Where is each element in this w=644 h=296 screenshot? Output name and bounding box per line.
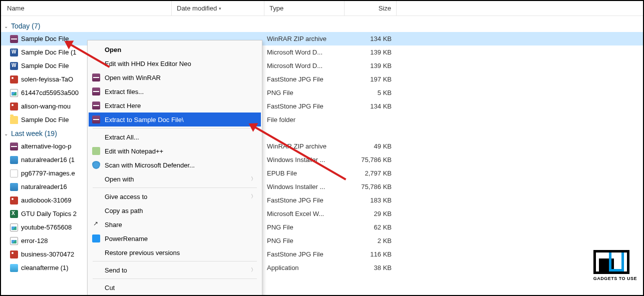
jpg-icon: [10, 102, 18, 111]
rar-icon: [10, 142, 18, 151]
file-type: Windows Installer ...: [264, 183, 344, 190]
menu-item[interactable]: Extract files...: [89, 84, 261, 98]
file-type: PNG File: [264, 89, 344, 96]
menu-item[interactable]: Open with〉: [89, 172, 261, 186]
menu-label: Give access to: [105, 193, 257, 200]
png-icon: [10, 223, 18, 232]
menu-label: Restore previous versions: [105, 249, 257, 256]
file-type: File folder: [264, 116, 344, 124]
msi-icon: [10, 156, 18, 164]
menu-item[interactable]: Copy as path: [89, 204, 261, 218]
file-type: Windows Installer ...: [264, 156, 344, 164]
msi-icon: [10, 182, 18, 192]
menu-label: Edit with Notepad++: [105, 148, 257, 155]
menu-label: Extract All...: [105, 134, 257, 141]
xls-icon: [10, 210, 18, 218]
menu-item[interactable]: Give access to〉: [89, 190, 261, 204]
file-size: 197 KB: [344, 76, 397, 83]
rar-icon: [91, 88, 102, 96]
file-size: 38 KB: [344, 264, 397, 272]
menu-item[interactable]: Cut: [89, 280, 261, 294]
file-size: 29 KB: [344, 210, 397, 218]
file-size: 116 KB: [344, 250, 397, 258]
file-type: PNG File: [264, 237, 344, 244]
submenu-arrow-icon: 〉: [251, 266, 256, 274]
file-size: 49 KB: [344, 142, 397, 150]
menu-label: Copy as path: [105, 207, 257, 214]
menu-separator: [93, 128, 257, 128]
group-label: Today (7): [11, 22, 40, 30]
menu-item[interactable]: Restore previous versions: [89, 246, 261, 260]
menu-item[interactable]: Edit with Notepad++: [89, 144, 261, 158]
menu-separator: [93, 261, 257, 262]
rar-icon: [91, 116, 102, 124]
context-menu: OpenEdit with HHD Hex Editor NeoOpen wit…: [87, 40, 262, 296]
menu-label: Extract files...: [105, 88, 257, 96]
menu-item[interactable]: Extract All...: [89, 130, 261, 144]
group-label: Last week (19): [11, 130, 57, 138]
rar-icon: [10, 34, 18, 44]
submenu-arrow-icon: 〉: [251, 193, 256, 200]
menu-label: Send to: [105, 266, 257, 274]
app-icon: [10, 264, 18, 272]
column-size[interactable]: Size: [344, 1, 397, 16]
menu-label: Open with: [105, 176, 257, 183]
file-type: WinRAR ZIP archive: [264, 142, 344, 150]
jpg-icon: [10, 196, 18, 205]
menu-separator: [93, 188, 257, 188]
jpg-icon: [10, 250, 18, 259]
menu-item[interactable]: Share: [89, 218, 261, 232]
chevron-down-icon: ⌄: [4, 131, 8, 136]
column-date[interactable]: Date modified▾: [171, 1, 264, 16]
file-size: 5 KB: [344, 89, 397, 96]
menu-label: Extract to Sample Doc File\: [105, 116, 257, 124]
rar-icon: [91, 102, 102, 110]
menu-item[interactable]: Extract Here: [89, 98, 261, 112]
menu-separator: [93, 278, 257, 279]
file-size: 139 KB: [344, 62, 397, 70]
file-size: 75,786 KB: [344, 156, 397, 164]
file-size: 2,797 KB: [344, 170, 397, 177]
file-size: 134 KB: [344, 35, 397, 42]
file-type: WinRAR ZIP archive: [264, 35, 344, 42]
menu-item[interactable]: Open: [89, 42, 261, 56]
menu-label: Cut: [105, 284, 257, 292]
menu-item[interactable]: PowerRename: [89, 232, 261, 246]
file-type: Microsoft Excel W...: [264, 210, 344, 218]
file-type: FastStone JPG File: [264, 196, 344, 204]
doc-icon: [10, 48, 18, 57]
rename-icon: [91, 234, 102, 242]
column-header: Name Date modified▾ Type Size: [1, 1, 643, 16]
menu-label: Extract Here: [105, 102, 257, 110]
png-icon: [10, 88, 18, 98]
menu-label: Share: [105, 221, 257, 228]
menu-label: Open with WinRAR: [105, 74, 257, 82]
file-size: 75,786 KB: [344, 183, 397, 190]
folder-icon: [10, 116, 18, 124]
menu-item[interactable]: Extract to Sample Doc File\: [89, 112, 261, 126]
menu-label: Scan with Microsoft Defender...: [105, 162, 257, 169]
file-type: FastStone JPG File: [264, 250, 344, 258]
file-type: FastStone JPG File: [264, 76, 344, 83]
chevron-down-icon: ⌄: [4, 24, 8, 29]
menu-item[interactable]: Open with WinRAR: [89, 70, 261, 84]
file-type: FastStone JPG File: [264, 102, 344, 110]
menu-label: PowerRename: [105, 235, 257, 242]
shield-icon: [91, 161, 102, 169]
column-type[interactable]: Type: [264, 1, 344, 16]
menu-item[interactable]: Send to〉: [89, 263, 261, 277]
menu-item[interactable]: Edit with HHD Hex Editor Neo: [89, 56, 261, 70]
menu-item[interactable]: Scan with Microsoft Defender...: [89, 158, 261, 172]
file-size: 62 KB: [344, 224, 397, 231]
jpg-icon: [10, 75, 18, 84]
rar-icon: [91, 74, 102, 82]
epub-icon: [10, 169, 18, 178]
file-size: 134 KB: [344, 102, 397, 110]
file-type: PNG File: [264, 224, 344, 231]
file-size: 183 KB: [344, 196, 397, 204]
column-name[interactable]: Name: [1, 1, 171, 16]
notepad-icon: [91, 147, 102, 155]
group-header[interactable]: ⌄Today (7): [1, 19, 643, 32]
doc-icon: [10, 62, 18, 70]
menu-label: Edit with HHD Hex Editor Neo: [105, 60, 257, 68]
